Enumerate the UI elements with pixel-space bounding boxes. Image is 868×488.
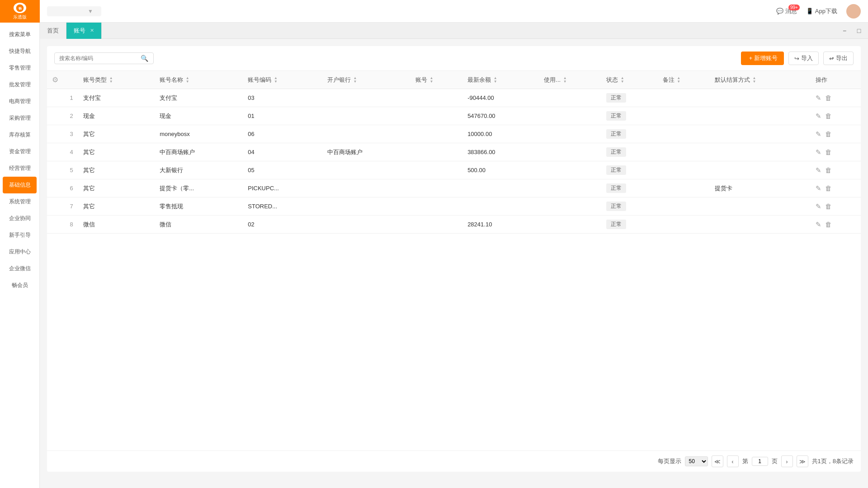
app-download-button[interactable]: 📱 App下载 [806, 7, 837, 15]
delete-icon[interactable]: 🗑 [825, 202, 832, 210]
edit-icon[interactable]: ✎ [816, 112, 821, 120]
table-body: 1 支付宝 支付宝 03 -90444.00 正常 ✎ 🗑 2 现金 现金 01 [47, 89, 861, 234]
sidebar-item-operations[interactable]: 经营管理 [0, 160, 39, 177]
sort-default-payment-icon: ▲▼ [752, 76, 756, 84]
row-bank [324, 161, 412, 179]
sidebar-item-search[interactable]: 搜索菜单 [0, 26, 39, 43]
col-status[interactable]: 状态 ▲▼ [603, 71, 659, 89]
first-page-button[interactable]: ≪ [712, 455, 723, 467]
sidebar-item-system[interactable]: 系统管理 [0, 193, 39, 210]
tab-accounts[interactable]: 账号 ✕ [66, 23, 102, 39]
sidebar-item-shortcuts[interactable]: 快捷导航 [0, 43, 39, 60]
col-balance[interactable]: 最新余额 ▲▼ [464, 71, 540, 89]
col-default-payment[interactable]: 默认结算方式 ▲▼ [711, 71, 812, 89]
page-number-input[interactable] [752, 457, 768, 466]
search-input[interactable] [59, 55, 141, 61]
delete-icon[interactable]: 🗑 [825, 94, 832, 102]
row-account [412, 197, 464, 216]
row-remark [659, 89, 711, 107]
sidebar-item-ecommerce[interactable]: 电商管理 [0, 93, 39, 110]
settings-icon[interactable]: ⚙ [52, 76, 58, 84]
row-balance [464, 197, 540, 216]
messages-button[interactable]: 💬 消息 99+ [776, 7, 797, 15]
table-row: 8 微信 微信 02 28241.10 正常 ✎ 🗑 [47, 216, 861, 234]
prev-page-button[interactable]: ‹ [727, 455, 739, 467]
sidebar-item-finance[interactable]: 资金管理 [0, 143, 39, 160]
row-balance: 500.00 [464, 161, 540, 179]
row-account [412, 125, 464, 143]
app-download-label: App下载 [815, 7, 837, 15]
row-balance: 547670.00 [464, 107, 540, 125]
edit-icon[interactable]: ✎ [816, 94, 821, 102]
col-account[interactable]: 账号 ▲▼ [412, 71, 464, 89]
row-settings [47, 161, 63, 179]
sidebar-item-app-center[interactable]: 应用中心 [0, 244, 39, 260]
export-button[interactable]: ↫ 导出 [823, 52, 854, 65]
row-bank [324, 197, 412, 216]
accounts-table: ⚙ 账号类型 ▲▼ 账号名称 ▲▼ [47, 71, 861, 234]
top-search-input[interactable] [52, 8, 88, 14]
row-remark [659, 197, 711, 216]
delete-icon[interactable]: 🗑 [825, 112, 832, 120]
row-account [412, 143, 464, 161]
sidebar-item-inventory[interactable]: 库存核算 [0, 127, 39, 143]
delete-icon[interactable]: 🗑 [825, 166, 832, 174]
col-usage[interactable]: 使用... ▲▼ [540, 71, 603, 89]
tab-maximize-button[interactable]: □ [854, 25, 864, 36]
table-row: 5 其它 大新银行 05 500.00 正常 ✎ 🗑 [47, 161, 861, 179]
row-num: 5 [63, 161, 80, 179]
row-bank [324, 107, 412, 125]
search-icon: 🔍 [141, 55, 148, 62]
delete-icon[interactable]: 🗑 [825, 221, 832, 228]
import-icon: ↪ [794, 55, 799, 62]
page-size-select[interactable]: 50 100 [685, 456, 708, 466]
sidebar-item-member[interactable]: 畅会员 [0, 277, 39, 294]
col-bank[interactable]: 开户银行 ▲▼ [324, 71, 412, 89]
edit-icon[interactable]: ✎ [816, 202, 821, 211]
edit-icon[interactable]: ✎ [816, 130, 821, 138]
tab-close-icon[interactable]: ✕ [90, 28, 94, 33]
delete-icon[interactable]: 🗑 [825, 184, 832, 192]
sort-status-icon: ▲▼ [621, 76, 624, 84]
delete-icon[interactable]: 🗑 [825, 130, 832, 138]
app-logo: 畅 乐透版 [0, 0, 40, 23]
search-wrap[interactable]: 🔍 [54, 52, 154, 64]
col-name[interactable]: 账号名称 ▲▼ [156, 71, 244, 89]
edit-icon[interactable]: ✎ [816, 221, 821, 229]
tab-home[interactable]: 首页 [40, 23, 66, 39]
row-remark [659, 216, 711, 234]
row-usage [540, 161, 603, 179]
col-type[interactable]: 账号类型 ▲▼ [80, 71, 156, 89]
sort-account-icon: ▲▼ [430, 76, 434, 84]
row-status: 正常 [603, 89, 659, 107]
import-button[interactable]: ↪ 导入 [788, 52, 819, 65]
next-page-button[interactable]: › [781, 455, 793, 467]
sidebar-item-guide[interactable]: 新手引导 [0, 227, 39, 244]
sidebar-item-enterprise-wechat[interactable]: 企业微信 [0, 260, 39, 277]
accounts-table-wrap: ⚙ 账号类型 ▲▼ 账号名称 ▲▼ [47, 71, 861, 450]
sidebar-item-wholesale[interactable]: 批发管理 [0, 76, 39, 93]
row-name: 提货卡（零... [156, 179, 244, 197]
sidebar-item-purchase[interactable]: 采购管理 [0, 110, 39, 127]
pagination: 每页显示 50 100 ≪ ‹ 第 页 › ≫ 共1页，8条记录 [47, 450, 861, 472]
tab-minimize-button[interactable]: − [839, 25, 850, 36]
sidebar-item-basic[interactable]: 基础信息 [3, 177, 37, 193]
row-status: 正常 [603, 143, 659, 161]
delete-icon[interactable]: 🗑 [825, 148, 832, 156]
col-settings[interactable]: ⚙ [47, 71, 63, 89]
tab-accounts-label: 账号 [74, 27, 85, 35]
edit-icon[interactable]: ✎ [816, 184, 821, 192]
top-search-bar[interactable]: ▼ [47, 6, 101, 16]
edit-icon[interactable]: ✎ [816, 148, 821, 156]
add-account-button[interactable]: + 新增账号 [741, 52, 784, 65]
edit-icon[interactable]: ✎ [816, 166, 821, 174]
user-avatar[interactable] [846, 4, 861, 19]
sidebar-item-enterprise[interactable]: 企业协同 [0, 210, 39, 227]
sidebar-item-retail[interactable]: 零售管理 [0, 60, 39, 76]
last-page-button[interactable]: ≫ [797, 455, 808, 467]
sort-remark-icon: ▲▼ [677, 76, 680, 84]
col-code[interactable]: 账号编码 ▲▼ [244, 71, 324, 89]
col-remark[interactable]: 备注 ▲▼ [659, 71, 711, 89]
row-type: 支付宝 [80, 89, 156, 107]
row-num: 7 [63, 197, 80, 216]
